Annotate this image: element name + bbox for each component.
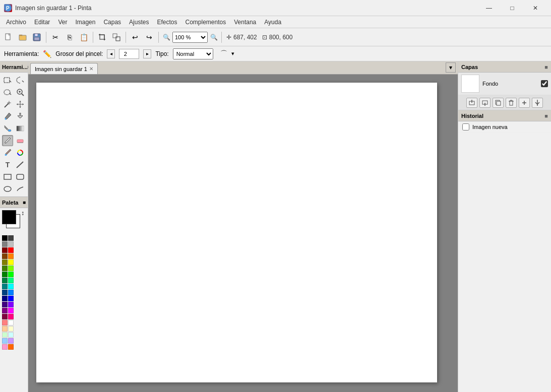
swatch-dark-cyan[interactable] [2,284,8,289]
palette-collapse-icon[interactable]: ■ [23,200,26,205]
tool-pencil[interactable] [2,135,13,146]
zoom-select[interactable]: 100 % 50 % 200 % [172,32,208,43]
swatch-navy[interactable] [2,296,8,301]
swatch-hot-pink[interactable] [8,314,14,319]
zoom-out-button[interactable]: 🔍 [161,31,171,44]
swatch-peach[interactable] [2,326,8,332]
maximize-button[interactable]: □ [501,0,524,16]
tool-magic-wand[interactable] [2,99,13,110]
tool-ellipse[interactable] [2,183,13,194]
swatch-gray[interactable] [2,241,8,247]
swatch-dark-orange[interactable] [2,253,8,259]
layer-delete-btn[interactable] [506,98,517,108]
tool-line[interactable] [15,159,26,170]
open-button[interactable] [16,31,29,44]
swap-colors-btn[interactable]: ↕ [21,210,24,216]
tool-rounded-rect[interactable] [15,171,26,182]
menu-ver[interactable]: Ver [54,18,71,27]
swatch-orange[interactable] [8,253,14,259]
redo-button[interactable]: ↪ [143,31,156,44]
tool-rectangle-select[interactable] [2,75,13,86]
menu-ventana[interactable]: Ventana [230,18,260,27]
swatch-dark-yellow[interactable] [2,259,8,265]
drawing-canvas[interactable] [36,83,437,382]
brush-size-input[interactable] [119,49,139,59]
menu-complementos[interactable]: Complementos [181,18,230,27]
swatch-red[interactable] [8,247,14,253]
layer-merge-btn[interactable] [532,98,543,108]
tool-lasso[interactable] [15,75,26,86]
swatch-green[interactable] [8,272,14,277]
swatch-dark-green[interactable] [2,272,8,277]
tab-close-button[interactable]: ✕ [89,66,93,72]
swatch-magenta[interactable] [8,308,14,313]
swatch-black[interactable] [2,235,8,241]
history-item-nueva[interactable]: Imagen nueva [458,121,551,133]
menu-editar[interactable]: Editar [30,18,54,27]
menu-archivo[interactable]: Archivo [2,18,30,27]
layers-collapse-btn[interactable]: ■ [544,64,548,70]
layer-add-btn[interactable] [519,98,530,108]
crop-button[interactable] [96,31,109,44]
tool-freeform[interactable] [15,183,26,194]
tool-paintbucket[interactable] [2,123,13,134]
layer-fondo[interactable]: Fondo [458,73,551,95]
tool-eyedropper[interactable] [2,111,13,122]
minimize-button[interactable]: — [477,0,501,16]
swatch-light-pink[interactable] [2,320,8,325]
zoom-in-button[interactable]: 🔍 [209,31,219,44]
brush-size-dec[interactable]: ◂ [107,49,115,58]
brush-size-inc[interactable]: ▸ [143,49,151,58]
swatch-light-green[interactable] [2,332,8,338]
resize-button[interactable] [110,31,123,44]
tool-pan[interactable] [15,111,26,122]
tool-colorpicker[interactable] [15,147,26,158]
swatch-white[interactable] [8,320,14,325]
brush-type-select[interactable]: Normal Suave Duro [173,48,213,59]
swatch-purple-dark[interactable] [2,302,8,307]
swatch-light-yellow[interactable] [8,326,14,332]
menu-ajustes[interactable]: Ajustes [125,18,153,27]
curve-dropdown[interactable]: ▾ [231,50,234,57]
tool-text[interactable]: T [2,159,13,170]
swatch-lime[interactable] [8,266,14,271]
swatch-light-rose[interactable] [2,344,8,350]
menu-imagen[interactable]: Imagen [71,18,99,27]
foreground-color-box[interactable] [2,210,16,224]
swatch-violet[interactable] [8,302,14,307]
swatch-dark-gray[interactable] [8,235,14,241]
tabs-dropdown-button[interactable]: ▾ [446,62,456,73]
paste-button[interactable]: 📋 [77,31,90,44]
layer-move-up-btn[interactable] [466,98,477,108]
menu-efectos[interactable]: Efectos [153,18,181,27]
menu-ayuda[interactable]: Ayuda [260,18,285,27]
copy-button[interactable]: ⎘ [63,31,76,44]
undo-button[interactable]: ↩ [129,31,142,44]
tool-rectangle[interactable] [2,171,13,182]
canvas-scroll-area[interactable] [28,75,458,392]
tool-move[interactable] [15,99,26,110]
tool-paintbrush[interactable] [2,147,13,158]
tab-imagen1[interactable]: Imagen sin guardar 1 ✕ [30,63,98,74]
swatch-periwinkle[interactable] [2,338,8,344]
new-button[interactable] [2,31,15,44]
swatch-dark-magenta[interactable] [2,308,8,313]
layer-duplicate-btn[interactable] [493,98,504,108]
swatch-rose-dark[interactable] [2,314,8,319]
history-collapse-btn[interactable]: ■ [544,113,548,119]
swatch-blue-light[interactable] [8,290,14,295]
menu-capas[interactable]: Capas [99,18,125,27]
swatch-dark-lime[interactable] [2,266,8,271]
swatch-vivid-orange[interactable] [8,344,14,350]
layer-visibility-checkbox[interactable] [541,80,548,87]
tool-eraser[interactable] [15,135,26,146]
tool-ellipse-select[interactable] [2,87,13,98]
swatch-teal-dark[interactable] [2,278,8,283]
swatch-yellow[interactable] [8,259,14,265]
swatch-light-gray[interactable] [8,241,14,247]
swatch-dark-red[interactable] [2,247,8,253]
swatch-blue[interactable] [8,296,14,301]
history-item-checkbox[interactable] [462,123,469,130]
swatch-mint[interactable] [8,278,14,283]
swatch-light-cyan[interactable] [8,332,14,338]
